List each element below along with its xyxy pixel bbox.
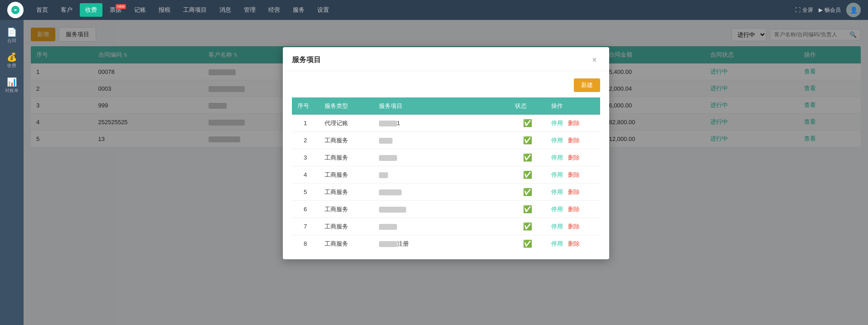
modal-cell-seq: 7 bbox=[292, 218, 319, 235]
modal-cell-action: 停用 删除 bbox=[546, 218, 600, 235]
modal-cell-item: 注册 bbox=[373, 235, 509, 252]
status-check-icon: ✅ bbox=[523, 119, 532, 127]
delete-link[interactable]: 删除 bbox=[568, 171, 580, 178]
modal-col-type: 服务类型 bbox=[319, 97, 373, 115]
modal-cell-action: 停用 删除 bbox=[546, 166, 600, 184]
disable-link[interactable]: 停用 bbox=[551, 223, 563, 230]
modal-table-row: 8 工商服务 注册 ✅ 停用 删除 bbox=[292, 235, 600, 252]
nav-item-tax[interactable]: 报税 bbox=[153, 3, 176, 17]
nav-item-invoice[interactable]: 票据 new bbox=[104, 3, 127, 17]
modal-cell-seq: 6 bbox=[292, 201, 319, 218]
nav-item-home[interactable]: 首页 bbox=[31, 3, 53, 17]
modal-cell-type: 代理记账 bbox=[319, 115, 373, 132]
modal-cell-status: ✅ bbox=[509, 235, 546, 252]
modal-cell-item bbox=[373, 201, 509, 218]
nav-item-operation[interactable]: 经营 bbox=[263, 3, 286, 17]
reconciliation-icon: 📊 bbox=[7, 78, 17, 86]
modal-col-seq: 序号 bbox=[292, 97, 319, 115]
member-button[interactable]: ▶ 畅会员 bbox=[819, 6, 841, 14]
right-icons: ⛶ 全屏 ▶ 畅会员 👤 bbox=[795, 3, 861, 17]
modal-cell-status: ✅ bbox=[509, 149, 546, 166]
app-logo[interactable] bbox=[7, 2, 24, 18]
nav-item-client[interactable]: 客户 bbox=[55, 3, 78, 17]
modal-body: 新建 序号 服务类型 服务项目 状态 操作 1 代理记账 bbox=[283, 71, 609, 259]
fullscreen-button[interactable]: ⛶ 全屏 bbox=[795, 6, 813, 14]
disable-link[interactable]: 停用 bbox=[551, 189, 563, 195]
modal-cell-seq: 1 bbox=[292, 115, 319, 132]
video-icon: ▶ bbox=[819, 7, 823, 13]
status-check-icon: ✅ bbox=[523, 205, 532, 213]
contract-icon: 📄 bbox=[7, 28, 17, 36]
modal-table-wrap[interactable]: 序号 服务类型 服务项目 状态 操作 1 代理记账 1 ✅ 停用 删除 2 bbox=[292, 97, 600, 252]
modal-cell-item: 1 bbox=[373, 115, 509, 132]
nav-item-commerce[interactable]: 工商项目 bbox=[178, 3, 212, 17]
sidebar-item-reconciliation[interactable]: 📊 对账单 bbox=[0, 73, 24, 98]
modal-cell-action: 停用 删除 bbox=[546, 201, 600, 218]
modal-cell-status: ✅ bbox=[509, 218, 546, 235]
modal-table-row: 1 代理记账 1 ✅ 停用 删除 bbox=[292, 115, 600, 132]
modal-cell-type: 工商服务 bbox=[319, 149, 373, 166]
delete-link[interactable]: 删除 bbox=[568, 154, 580, 161]
modal-cell-type: 工商服务 bbox=[319, 184, 373, 201]
delete-link[interactable]: 删除 bbox=[568, 240, 580, 247]
modal-cell-action: 停用 删除 bbox=[546, 132, 600, 149]
disable-link[interactable]: 停用 bbox=[551, 206, 563, 213]
modal-cell-seq: 3 bbox=[292, 149, 319, 166]
modal-overlay[interactable]: 服务项目 × 新建 序号 服务类型 服务项目 状态 操作 bbox=[24, 20, 868, 325]
modal-cell-type: 工商服务 bbox=[319, 166, 373, 184]
modal-table-row: 3 工商服务 ✅ 停用 删除 bbox=[292, 149, 600, 166]
top-navigation: 首页 客户 收费 票据 new 记账 报税 工商项目 消息 管理 经营 服务 设… bbox=[0, 0, 868, 20]
status-check-icon: ✅ bbox=[523, 171, 532, 179]
nav-item-fee[interactable]: 收费 bbox=[80, 3, 102, 17]
modal-cell-action: 停用 删除 bbox=[546, 184, 600, 201]
sidebar-item-fee[interactable]: 💰 收费 bbox=[0, 49, 24, 73]
status-check-icon: ✅ bbox=[523, 223, 532, 230]
modal-col-action: 操作 bbox=[546, 97, 600, 115]
modal-cell-type: 工商服务 bbox=[319, 235, 373, 252]
status-check-icon: ✅ bbox=[523, 136, 532, 144]
modal-toolbar: 新建 bbox=[292, 78, 600, 92]
delete-link[interactable]: 删除 bbox=[568, 223, 580, 230]
modal-cell-status: ✅ bbox=[509, 184, 546, 201]
disable-link[interactable]: 停用 bbox=[551, 120, 563, 126]
modal-cell-status: ✅ bbox=[509, 201, 546, 218]
modal-cell-item bbox=[373, 184, 509, 201]
disable-link[interactable]: 停用 bbox=[551, 137, 563, 144]
modal-cell-item bbox=[373, 149, 509, 166]
disable-link[interactable]: 停用 bbox=[551, 154, 563, 161]
modal-cell-status: ✅ bbox=[509, 115, 546, 132]
status-check-icon: ✅ bbox=[523, 188, 532, 196]
modal-col-item: 服务项目 bbox=[373, 97, 509, 115]
modal-table-row: 5 工商服务 ✅ 停用 删除 bbox=[292, 184, 600, 201]
modal-title: 服务项目 bbox=[292, 55, 321, 65]
modal-cell-item bbox=[373, 218, 509, 235]
modal-cell-action: 停用 删除 bbox=[546, 115, 600, 132]
modal-cell-type: 工商服务 bbox=[319, 132, 373, 149]
modal-table-row: 2 工商服务 ✅ 停用 删除 bbox=[292, 132, 600, 149]
modal-cell-seq: 2 bbox=[292, 132, 319, 149]
nav-item-message[interactable]: 消息 bbox=[214, 3, 237, 17]
nav-item-settings[interactable]: 设置 bbox=[312, 3, 335, 17]
modal-cell-seq: 4 bbox=[292, 166, 319, 184]
user-avatar[interactable]: 👤 bbox=[846, 3, 861, 17]
fullscreen-icon: ⛶ bbox=[795, 7, 800, 13]
nav-item-service[interactable]: 服务 bbox=[287, 3, 310, 17]
disable-link[interactable]: 停用 bbox=[551, 240, 563, 247]
modal-cell-item bbox=[373, 166, 509, 184]
nav-item-manage[interactable]: 管理 bbox=[238, 3, 261, 17]
modal-close-button[interactable]: × bbox=[589, 54, 600, 65]
delete-link[interactable]: 删除 bbox=[568, 189, 580, 195]
delete-link[interactable]: 删除 bbox=[568, 120, 580, 126]
modal-cell-status: ✅ bbox=[509, 166, 546, 184]
sidebar-item-contract[interactable]: 📄 合同 bbox=[0, 24, 24, 49]
disable-link[interactable]: 停用 bbox=[551, 171, 563, 178]
modal-header: 服务项目 × bbox=[283, 47, 609, 71]
nav-item-bookkeeping[interactable]: 记账 bbox=[129, 3, 151, 17]
delete-link[interactable]: 删除 bbox=[568, 206, 580, 213]
modal-col-status: 状态 bbox=[509, 97, 546, 115]
modal-cell-type: 工商服务 bbox=[319, 201, 373, 218]
modal-new-button[interactable]: 新建 bbox=[574, 78, 600, 92]
delete-link[interactable]: 删除 bbox=[568, 137, 580, 144]
modal-table-row: 4 工商服务 ✅ 停用 删除 bbox=[292, 166, 600, 184]
new-badge: new bbox=[116, 4, 126, 9]
